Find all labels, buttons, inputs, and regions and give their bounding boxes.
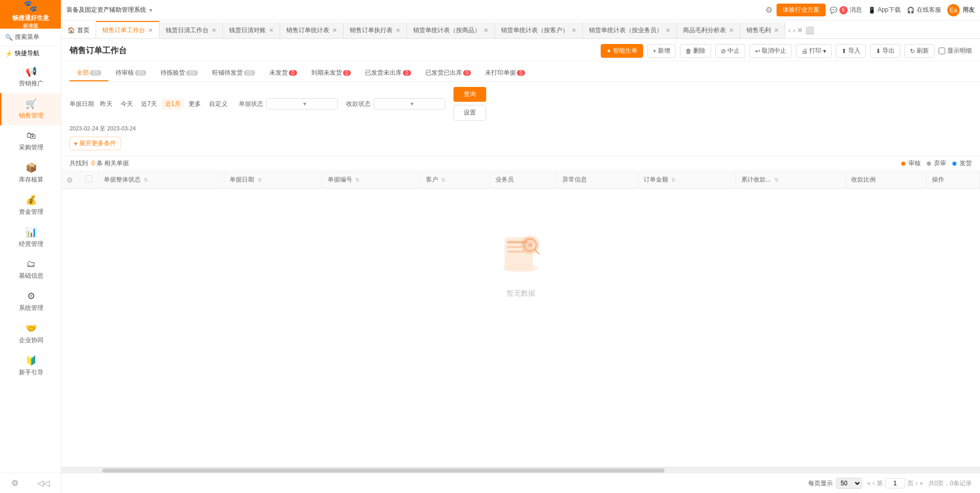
filter-tab-unshipped[interactable]: 未发货0 xyxy=(262,65,304,81)
filter-tab-overdue[interactable]: 到期未发货0 xyxy=(304,65,358,81)
ship-btn[interactable]: 发货 xyxy=(952,159,972,168)
sidebar-item-purchase-mgmt[interactable]: 🛍 采购管理 xyxy=(0,125,61,157)
sidebar-item-guide[interactable]: 🔰 新手引导 xyxy=(0,350,61,382)
hscroll-bar[interactable] xyxy=(61,467,980,473)
tab-goods-margin[interactable]: 商品毛利分析表 ✕ xyxy=(677,22,740,38)
tab-goods-stat-customer-close[interactable]: ✕ xyxy=(572,27,576,34)
online-service-btn[interactable]: 🎧 在线客服 xyxy=(907,6,941,14)
page-last-btn[interactable]: » xyxy=(920,480,923,487)
tabs-next-btn[interactable]: › xyxy=(793,26,795,34)
tab-home[interactable]: 🏠 首页 xyxy=(61,22,96,38)
filter-tab-pending-review[interactable]: 待审核(0) xyxy=(108,65,153,81)
filter-tab-unprinted[interactable]: 未打印单据0 xyxy=(478,65,532,81)
solution-button[interactable]: 体验行业方案 xyxy=(777,4,826,16)
status-select[interactable]: ▾ xyxy=(266,98,338,109)
system-dropdown-arrow[interactable]: ▾ xyxy=(149,7,152,14)
filter-tab-pending-inspect[interactable]: 待拣验货(0) xyxy=(153,65,204,81)
sidebar-item-basic-info[interactable]: 🗂 基础信息 xyxy=(0,254,61,285)
th-status[interactable]: 单据整体状态 ⇅ xyxy=(98,171,224,189)
th-collected[interactable]: 累计收款... ⇅ xyxy=(736,171,846,189)
sidebar-item-enterprise[interactable]: 🤝 企业协同 xyxy=(0,318,61,350)
sidebar-search[interactable]: 🔍 搜索菜单 xyxy=(0,29,61,46)
settings-icon[interactable]: ⚙ xyxy=(11,478,18,488)
tab-cash-clear[interactable]: 钱货日清工作台 ✕ xyxy=(159,22,223,38)
tab-sales-stat[interactable]: 销售订单统计表 ✕ xyxy=(280,22,344,38)
sidebar-item-sales-promo[interactable]: 📢 营销推广 xyxy=(0,61,61,93)
quick-nav[interactable]: ⚡ 快捷导航 xyxy=(0,46,61,61)
filter-tab-all[interactable]: 全部(0) xyxy=(70,65,108,81)
page-next-btn[interactable]: › xyxy=(916,480,918,487)
cancel-stop-button[interactable]: ↩ 取消中止 xyxy=(749,44,792,58)
th-customer[interactable]: 客户 ⇅ xyxy=(420,171,490,189)
show-detail-label[interactable]: 显示明细 xyxy=(939,47,972,55)
tab-sales-exec-close[interactable]: ✕ xyxy=(396,27,400,34)
expand-button[interactable]: ▾ 展开更多条件 xyxy=(70,137,121,150)
print-dropdown-arrow[interactable]: ▾ xyxy=(823,48,826,55)
message-btn[interactable]: 💬 6 消息 xyxy=(830,6,862,14)
page-size-select[interactable]: 20 50 100 xyxy=(836,478,862,489)
tab-goods-stat-product[interactable]: 销货单统计表（按商品） ✕ xyxy=(407,22,495,38)
sidebar-item-operation[interactable]: 📊 经营管理 xyxy=(0,221,61,254)
date-btn-today[interactable]: 今天 xyxy=(118,99,136,109)
delete-button[interactable]: 🗑 删除 xyxy=(680,44,711,58)
unreviewed-btn[interactable]: 弃审 xyxy=(927,159,946,168)
date-btn-custom[interactable]: 自定义 xyxy=(206,99,231,109)
date-btn-more[interactable]: 更多 xyxy=(186,99,204,109)
th-action-label: 操作 xyxy=(932,176,944,183)
sidebar-item-sys-mgmt[interactable]: ⚙ 系统管理 xyxy=(0,285,61,318)
th-amount[interactable]: 订单金额 ⇅ xyxy=(638,171,736,189)
user-area[interactable]: Ea 用友 xyxy=(947,4,975,16)
column-settings-icon[interactable]: ⚙ xyxy=(66,176,73,184)
print-button[interactable]: 🖨 打印 ▾ xyxy=(796,44,832,58)
page-first-btn[interactable]: « xyxy=(867,480,871,487)
th-number[interactable]: 单据编号 ⇅ xyxy=(322,171,420,189)
filter-tab-wangpu[interactable]: 旺铺待发货(0) xyxy=(205,65,262,81)
sidebar-item-inventory[interactable]: 📦 库存核算 xyxy=(0,157,61,189)
new-button[interactable]: + 新增 xyxy=(647,44,676,58)
tab-goods-margin-close[interactable]: ✕ xyxy=(729,27,734,34)
page-input[interactable] xyxy=(885,478,905,488)
tab-sales-exec[interactable]: 销售订单执行表 ✕ xyxy=(344,22,407,38)
page-prev-btn[interactable]: ‹ xyxy=(873,480,875,487)
tab-cash-reconcile-close[interactable]: ✕ xyxy=(269,27,274,34)
sidebar-item-sales-mgmt[interactable]: 🛒 销售管理 xyxy=(0,93,61,125)
query-button[interactable]: 查询 xyxy=(453,87,486,102)
collapse-icon[interactable]: ◁◁ xyxy=(37,478,50,488)
import-button[interactable]: ⬆ 导入 xyxy=(836,44,866,58)
th-number-sort: ⇅ xyxy=(355,177,359,183)
tab-sales-stat-close[interactable]: ✕ xyxy=(332,27,337,34)
header-checkbox[interactable] xyxy=(85,175,93,183)
refresh-button[interactable]: ↻ 刷新 xyxy=(904,44,935,58)
tabs-prev-btn[interactable]: ‹ xyxy=(788,26,791,34)
date-btn-7days[interactable]: 近7天 xyxy=(138,99,160,109)
th-date[interactable]: 单据日期 ⇅ xyxy=(224,171,323,189)
tab-goods-stat-product-close[interactable]: ✕ xyxy=(484,27,488,34)
tabs-close-all-btn[interactable]: ✕ xyxy=(797,26,803,34)
hscroll-thumb[interactable] xyxy=(102,468,665,473)
stop-button[interactable]: ⊘ 中止 xyxy=(715,44,745,58)
tab-sales-gross-close[interactable]: ✕ xyxy=(774,27,779,34)
tab-goods-stat-customer[interactable]: 销货单统计表（按客户） ✕ xyxy=(495,22,583,38)
export-button[interactable]: ⬇ 导出 xyxy=(870,44,900,58)
tab-goods-stat-staff-close[interactable]: ✕ xyxy=(666,27,670,34)
tab-cash-reconcile[interactable]: 钱货日清对账 ✕ xyxy=(223,22,280,38)
table-header: ⚙ 单据整体状态 ⇅ 单据日期 ⇅ xyxy=(61,171,980,189)
date-btn-yesterday[interactable]: 昨天 xyxy=(97,99,116,109)
smart-create-button[interactable]: ✦ 智能生单 xyxy=(601,44,643,58)
review-btn[interactable]: 审核 xyxy=(901,159,921,168)
tab-goods-stat-staff[interactable]: 销货单统计表（按业务员） ✕ xyxy=(583,22,677,38)
settings-gear-icon[interactable]: ⚙ xyxy=(765,5,772,15)
tab-sales-gross[interactable]: 销售毛利 ✕ xyxy=(740,22,785,38)
payment-select[interactable]: ▾ xyxy=(374,98,445,109)
set-button[interactable]: 设置 xyxy=(453,105,486,121)
tabs-maximize-btn[interactable]: ⬜ xyxy=(805,26,814,34)
tab-sales-workbench-close[interactable]: ✕ xyxy=(148,27,153,34)
filter-tab-shipped-out[interactable]: 已发货已出库0 xyxy=(418,65,478,81)
app-download-btn[interactable]: 📱 App下载 xyxy=(868,6,901,14)
tab-sales-workbench[interactable]: 销售订单工作台 ✕ xyxy=(96,21,159,38)
tab-cash-clear-close[interactable]: ✕ xyxy=(212,27,216,34)
show-detail-checkbox[interactable] xyxy=(939,48,945,54)
filter-tab-shipped-not-out[interactable]: 已发货未出库0 xyxy=(358,65,418,81)
date-btn-1month[interactable]: 近1月 xyxy=(162,99,184,109)
sidebar-item-finance[interactable]: 💰 资金管理 xyxy=(0,189,61,221)
